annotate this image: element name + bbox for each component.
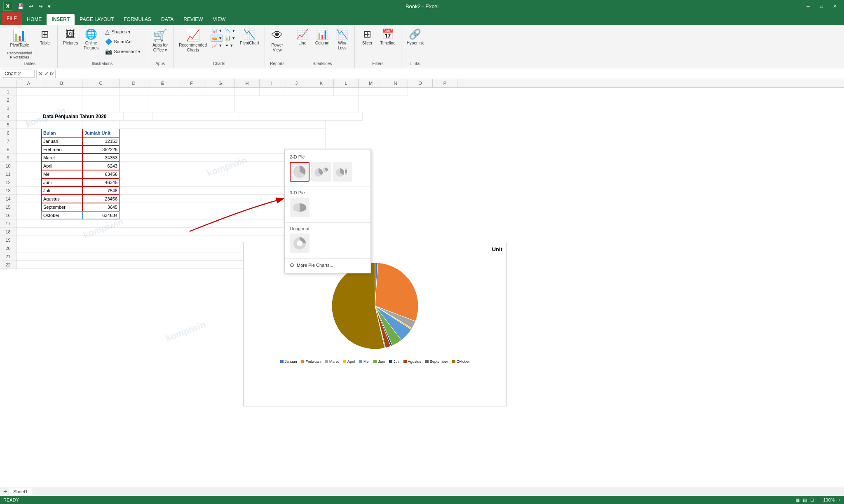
cell-c9[interactable]: 34353 [82, 154, 120, 162]
scatter-chart-btn[interactable]: ✦▾ [224, 42, 234, 49]
save-btn[interactable]: 💾 [16, 2, 26, 10]
row-header-2[interactable]: 2 [0, 96, 16, 104]
cell-h2[interactable] [235, 96, 359, 104]
online-pictures-btn[interactable]: 🌐 OnlinePictures [82, 27, 101, 52]
col-header-g[interactable]: G [206, 79, 235, 87]
row-header-3[interactable]: 3 [0, 104, 16, 112]
cell-a14[interactable] [16, 195, 41, 203]
row-header-12[interactable]: 12 [0, 178, 16, 187]
cell-a16[interactable] [16, 211, 41, 219]
col-header-e[interactable]: E [148, 79, 177, 87]
cell-c5[interactable] [82, 121, 120, 129]
cell-c10[interactable]: 6243 [82, 162, 120, 170]
cell-f2[interactable] [177, 96, 206, 104]
cell-a15[interactable] [16, 203, 41, 211]
cell-d2[interactable] [120, 96, 148, 104]
redo-btn[interactable]: ↪ [37, 2, 45, 10]
confirm-formula-btn[interactable]: ✓ [44, 70, 49, 77]
cell-a10[interactable] [16, 162, 41, 170]
slicer-btn[interactable]: ⊞ Slicer [358, 27, 376, 47]
sheet-tab-1[interactable]: Sheet1 [9, 488, 32, 495]
pie-2d-2-btn[interactable] [311, 162, 331, 182]
tab-data[interactable]: DATA [156, 14, 178, 25]
pie-2d-1-btn[interactable] [290, 162, 309, 182]
cell-a1[interactable] [16, 88, 41, 96]
more-pie-charts-btn[interactable]: ⊙ More Pie Charts... [285, 260, 370, 270]
cell-b16[interactable]: Oktober [41, 211, 82, 219]
col-header-a[interactable]: A [16, 79, 41, 87]
row-header-20[interactable]: 20 [0, 244, 16, 252]
cell-d4[interactable] [124, 112, 152, 121]
recommended-charts-btn[interactable]: 📈 RecommendedCharts [177, 27, 209, 54]
shapes-btn[interactable]: △ Shapes ▾ [102, 27, 143, 36]
cell-c12[interactable]: 46345 [82, 178, 120, 187]
view-page-btn[interactable]: ▤ [803, 497, 807, 503]
bar-chart-btn[interactable]: 📊▾ [224, 35, 236, 42]
cell-b12[interactable]: Juni [41, 178, 82, 187]
column-sparkline-btn[interactable]: 📊 Column [313, 27, 331, 47]
cell-b2[interactable] [41, 96, 82, 104]
tab-formulas[interactable]: FORMULAS [119, 14, 156, 25]
minimize-btn[interactable]: ─ [802, 0, 814, 12]
cell-e2[interactable] [148, 96, 177, 104]
row-header-15[interactable]: 15 [0, 203, 16, 211]
row-header-17[interactable]: 17 [0, 219, 16, 228]
cell-k1[interactable] [309, 88, 334, 96]
zoom-in-btn[interactable]: + [838, 497, 841, 502]
cell-e4[interactable] [152, 112, 181, 121]
col-header-n[interactable]: N [383, 79, 408, 87]
pivot-chart-btn[interactable]: 📉 PivotChart [238, 27, 261, 47]
winloss-btn[interactable]: 📉 Win/Loss [333, 27, 351, 52]
cell-g4[interactable] [210, 112, 239, 121]
pie-2d-3-btn[interactable] [333, 162, 352, 182]
cell-h1[interactable] [235, 88, 260, 96]
zoom-out-btn[interactable]: − [817, 497, 820, 502]
pie-3d-1-btn[interactable] [290, 198, 309, 217]
col-header-c[interactable]: C [82, 79, 120, 87]
row-header-13[interactable]: 13 [0, 187, 16, 195]
cell-b8[interactable]: Frebruari [41, 145, 82, 154]
row-header-18[interactable]: 18 [0, 228, 16, 236]
view-break-btn[interactable]: ⊞ [810, 497, 814, 503]
cell-a4[interactable] [16, 112, 41, 121]
cell-b6[interactable]: Bulan [41, 129, 82, 137]
pictures-btn[interactable]: 🖼 Pictures [61, 27, 80, 47]
cell-c6[interactable]: Jumlah Unit [82, 129, 120, 137]
insert-function-btn[interactable]: fx [50, 71, 54, 77]
close-btn[interactable]: ✕ [828, 0, 841, 12]
chart-dropdown[interactable]: 2-D Pie [284, 149, 371, 273]
cell-l1[interactable] [334, 88, 359, 96]
cell-b9[interactable]: Maret [41, 154, 82, 162]
cell-a5[interactable] [16, 121, 41, 129]
chart-area[interactable]: Unit Januari Frebruari [243, 242, 507, 406]
cell-i1[interactable] [260, 88, 284, 96]
tab-page-layout[interactable]: PAGE LAYOUT [75, 14, 119, 25]
cell-n1[interactable] [383, 88, 408, 96]
cell-d3[interactable] [120, 104, 148, 112]
cell-h3[interactable] [235, 104, 359, 112]
column-chart-btn[interactable]: 📊▾ [211, 27, 223, 34]
col-header-h[interactable]: H [235, 79, 260, 87]
row-header-1[interactable]: 1 [0, 88, 16, 96]
smartart-btn[interactable]: 🔷 SmartArt [102, 37, 143, 46]
doughnut-1-btn[interactable] [290, 233, 309, 253]
customize-btn[interactable]: ▾ [46, 2, 52, 10]
cell-b13[interactable]: Juli [41, 187, 82, 195]
col-header-j[interactable]: J [284, 79, 309, 87]
cell-b11[interactable]: Mei [41, 170, 82, 178]
line-chart-btn[interactable]: 📉▾ [224, 27, 236, 34]
cell-a7[interactable] [16, 137, 41, 145]
cell-b7[interactable]: Januari [41, 137, 82, 145]
cell-c15[interactable]: 3645 [82, 203, 120, 211]
cell-g2[interactable] [206, 96, 235, 104]
pivot-table-btn[interactable]: 📊 PivotTable [8, 27, 31, 49]
cell-c7[interactable]: 12153 [82, 137, 120, 145]
name-box[interactable] [2, 70, 35, 78]
cell-c1[interactable] [82, 88, 120, 96]
col-header-b[interactable]: B [41, 79, 82, 87]
cell-a11[interactable] [16, 170, 41, 178]
row-header-5[interactable]: 5 [0, 121, 16, 129]
row-header-21[interactable]: 21 [0, 252, 16, 261]
cancel-formula-btn[interactable]: ✕ [38, 70, 43, 77]
cell-f1[interactable] [177, 88, 206, 96]
